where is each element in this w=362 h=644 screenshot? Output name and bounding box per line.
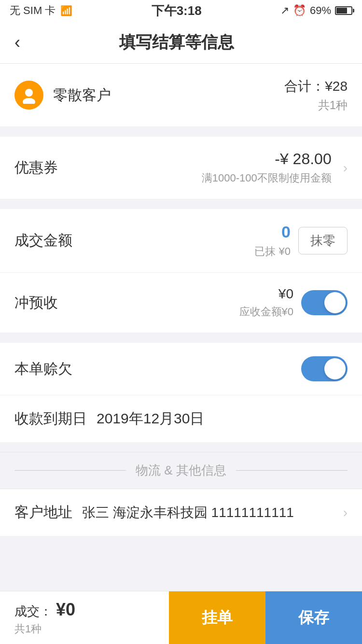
coupon-label: 优惠券 xyxy=(14,158,82,178)
wifi-icon: 📶 xyxy=(60,5,72,16)
customer-total: 合计：¥28 共1种 xyxy=(284,77,348,113)
coupon-discount: -¥ 28.00 xyxy=(202,150,332,168)
bottom-count: 共1种 xyxy=(14,622,154,636)
section-gap-1 xyxy=(0,127,362,137)
save-button[interactable]: 保存 xyxy=(265,591,362,644)
content: 零散客户 合计：¥28 共1种 优惠券 -¥ 28.00 满1000-100不限… xyxy=(0,64,362,594)
carrier-label: 无 SIM 卡 xyxy=(10,3,56,18)
nav-bar: ‹ 填写结算等信息 xyxy=(0,21,362,64)
total-amount: 合计：¥28 xyxy=(284,77,348,96)
location-icon: ↗ xyxy=(280,4,289,17)
coupon-right: -¥ 28.00 满1000-100不限制使用金额 › xyxy=(82,150,348,185)
debit-toggle[interactable] xyxy=(301,356,348,381)
bottom-bar: 成交： ¥0 共1种 挂单 保存 xyxy=(0,591,362,644)
bottom-deal-label: 成交： xyxy=(14,603,52,620)
page-title: 填写结算等信息 xyxy=(25,31,328,54)
deal-amount-right: 0 已抹 ¥0 抹零 xyxy=(82,223,348,259)
advance-label: 冲预收 xyxy=(14,293,82,313)
section-gap-4 xyxy=(0,442,362,452)
section-gap-3 xyxy=(0,333,362,343)
back-button[interactable]: ‹ xyxy=(14,28,25,57)
svg-point-0 xyxy=(25,89,33,97)
bottom-deal-amount: 成交： ¥0 xyxy=(14,600,154,620)
chevron-right-icon: › xyxy=(343,160,348,176)
receivable-amount: 应收金额¥0 xyxy=(239,305,293,319)
hold-button[interactable]: 挂单 xyxy=(169,591,265,644)
coupon-card: 优惠券 -¥ 28.00 满1000-100不限制使用金额 › xyxy=(0,137,362,199)
status-bar: 无 SIM 卡 📶 下午3:18 ↗ ⏰ 69% xyxy=(0,0,362,21)
battery-label: 69% xyxy=(310,4,331,17)
logistics-label: 物流 & 其他信息 xyxy=(136,462,226,479)
battery-icon xyxy=(335,6,352,15)
deal-amount-card: 成交金额 0 已抹 ¥0 抹零 冲预收 ¥0 应收金额¥0 xyxy=(0,209,362,333)
customer-name: 零散客户 xyxy=(53,85,111,105)
bottom-deal-value: ¥0 xyxy=(56,600,75,620)
due-date-row: 收款到期日 2019年12月30日 xyxy=(0,395,362,442)
logistics-header-inner: 物流 & 其他信息 xyxy=(14,462,348,479)
bottom-info: 成交： ¥0 共1种 xyxy=(0,600,169,636)
status-left: 无 SIM 卡 📶 xyxy=(10,3,72,18)
address-value: 张三 海淀永丰科技园 11111111111 xyxy=(82,504,339,522)
logistics-line-left xyxy=(14,470,126,471)
coupon-desc: 满1000-100不限制使用金额 xyxy=(202,171,332,185)
address-label: 客户地址 xyxy=(14,503,72,522)
status-time: 下午3:18 xyxy=(152,2,202,19)
address-chevron-icon: › xyxy=(343,505,348,520)
address-row[interactable]: 客户地址 张三 海淀永丰科技园 11111111111 › xyxy=(0,489,362,536)
deal-amount-info: 0 已抹 ¥0 xyxy=(254,223,291,259)
address-card: 客户地址 张三 海淀永丰科技园 11111111111 › xyxy=(0,489,362,536)
customer-row: 零散客户 合计：¥28 共1种 xyxy=(0,64,362,127)
advance-toggle[interactable] xyxy=(301,290,348,315)
avatar xyxy=(14,81,43,110)
due-date-label: 收款到期日 xyxy=(14,409,87,429)
coupon-row[interactable]: 优惠券 -¥ 28.00 满1000-100不限制使用金额 › xyxy=(0,137,362,199)
deal-amount-row: 成交金额 0 已抹 ¥0 抹零 xyxy=(0,209,362,273)
status-right: ↗ ⏰ 69% xyxy=(280,4,352,17)
already-rounded: 已抹 ¥0 xyxy=(254,244,291,259)
logistics-line-right xyxy=(236,470,348,471)
customer-info: 零散客户 xyxy=(14,81,111,110)
coupon-info: -¥ 28.00 满1000-100不限制使用金额 xyxy=(202,150,332,185)
debit-toggle-knob xyxy=(324,358,346,379)
debit-label: 本单赊欠 xyxy=(14,359,82,379)
advance-right: ¥0 应收金额¥0 xyxy=(82,286,348,319)
logistics-header: 物流 & 其他信息 xyxy=(0,452,362,489)
toggle-knob xyxy=(324,292,346,313)
svg-point-1 xyxy=(23,98,35,104)
advance-amount: ¥0 xyxy=(239,286,293,302)
advance-info: ¥0 应收金额¥0 xyxy=(239,286,293,319)
advance-row: 冲预收 ¥0 应收金额¥0 xyxy=(0,273,362,333)
debit-row: 本单赊欠 xyxy=(0,343,362,395)
deal-amount-label: 成交金额 xyxy=(14,231,82,251)
total-count: 共1种 xyxy=(284,98,348,113)
debit-card: 本单赊欠 收款到期日 2019年12月30日 xyxy=(0,343,362,442)
round-button[interactable]: 抹零 xyxy=(298,227,348,254)
section-gap-2 xyxy=(0,199,362,209)
due-date-value: 2019年12月30日 xyxy=(97,409,204,429)
customer-card: 零散客户 合计：¥28 共1种 xyxy=(0,64,362,127)
alarm-icon: ⏰ xyxy=(293,4,306,17)
deal-amount-value: 0 xyxy=(254,223,291,241)
